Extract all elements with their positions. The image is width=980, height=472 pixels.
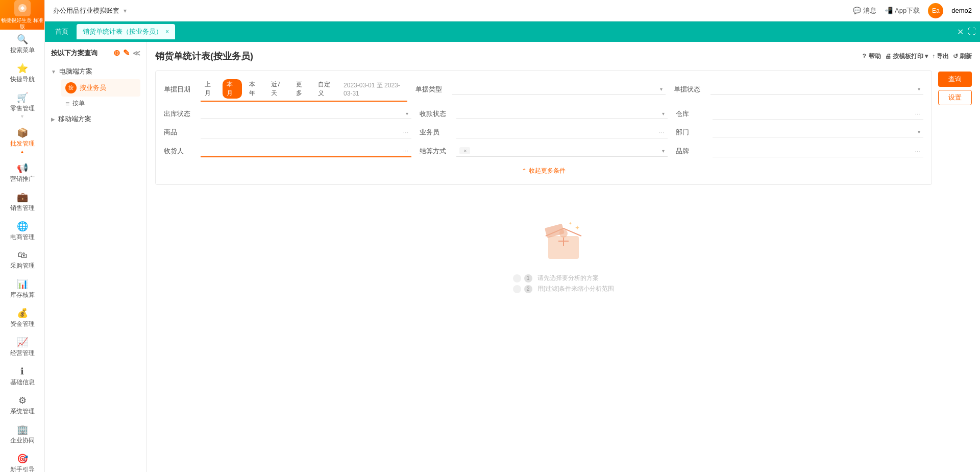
logo-text: 畅捷很好生意 标准版 [0,17,45,30]
newbie-icon: 🎯 [17,453,28,464]
logo-icon [14,0,31,16]
template-print-button[interactable]: 🖨 按模板打印 ▾ [885,52,928,61]
sidebar-item-marketing[interactable]: 📢 营销推广 [0,158,45,187]
date-tab-7days[interactable]: 近7天 [267,79,289,99]
goods-dots[interactable]: ··· [403,128,408,136]
date-tab-more[interactable]: 更多 [292,79,311,99]
messages-button[interactable]: 💬 消息 [853,6,876,15]
refresh-button[interactable]: ↺ 刷新 [953,52,972,61]
settle-method-tag: × [459,147,470,154]
settle-method-dropdown[interactable]: × ▾ [456,145,667,157]
date-tab-last-month[interactable]: 上月 [201,79,219,99]
out-status-arrow: ▾ [406,111,408,116]
help-label: 帮助 [869,52,881,61]
expand-window-button[interactable]: ⛶ [968,27,976,37]
sidebar-item-wholesale[interactable]: 📦 批发管理 ▲ [0,123,45,158]
topbar: 办公用品行业模拟账套 ▾ 💬 消息 📲 App下载 Ea demo2 [45,0,980,21]
help-button[interactable]: ？ 帮助 [861,52,881,61]
sidebar-item-label: 新手引导 [10,465,35,472]
tab-sales-stat[interactable]: 销货单统计表（按业务员） × [77,24,175,39]
doc-type-dropdown[interactable]: ▾ [452,84,665,95]
brand-label: 品牌 [676,147,704,156]
collect-status-label: 收款状态 [420,109,448,119]
sidebar-logo[interactable]: 畅捷很好生意 标准版 [0,0,45,30]
print-dropdown-icon: ▾ [925,53,928,60]
sidebar-item-purchase[interactable]: 🛍 采购管理 [0,246,45,274]
date-tab-this-month[interactable]: 本月 [223,79,241,99]
sidebar-item-operations[interactable]: 📈 经营管理 [0,333,45,362]
warehouse-dropdown[interactable]: ··· [713,108,923,120]
brand-dots[interactable]: ··· [915,147,920,155]
date-tabs: 上月 本月 本年 近7天 更多 自定义 2023-03-01 至 2023-03… [201,79,407,99]
goods-dropdown[interactable]: ··· [201,126,411,138]
sidebar-item-system[interactable]: ⚙ 系统管理 [0,391,45,420]
settle-clear-button[interactable]: × [463,148,467,154]
enterprise-icon: 🏢 [17,424,28,435]
sidebar-item-retail[interactable]: 🛒 零售管理 ▼ [0,88,45,123]
query-button[interactable]: 查询 [938,72,972,87]
collect-status-dropdown[interactable]: ▾ [456,109,667,119]
sidebar-item-inventory[interactable]: 📊 库存核算 [0,274,45,303]
desktop-section-header[interactable]: ▼ 电脑端方案 [51,64,140,79]
doc-status-arrow: ▾ [918,86,920,92]
tab-close-button[interactable]: × [165,28,169,35]
sidebar-item-sales[interactable]: 💼 销售管理 [0,187,45,217]
section-expand-icon: ▼ [51,69,56,75]
sidebar-item-quick-nav[interactable]: ⭐ 快捷导航 [0,59,45,88]
out-status-dropdown[interactable]: ▾ [201,109,411,119]
scheme-by-order[interactable]: ≡ 按单 [61,97,140,110]
scheme-salesperson[interactable]: 按 按业务员 [61,79,140,97]
doc-status-label: 单据状态 [674,85,702,94]
dept-arrow: ▾ [918,129,920,135]
tabbar-right: ✕ ⛶ [957,27,976,37]
date-tab-custom[interactable]: 自定义 [314,79,338,99]
tab-home[interactable]: 首页 [49,24,75,39]
message-icon: 💬 [853,7,861,14]
svg-text:✦: ✦ [575,224,580,231]
collapse-panel-button[interactable]: ≪ [133,49,140,57]
desktop-items: 按 按业务员 ≡ 按单 [51,79,140,110]
avatar-text: Ea [932,7,940,14]
topbar-dropdown-icon[interactable]: ▾ [124,7,127,14]
salesperson-dots[interactable]: ··· [659,128,665,136]
sidebar-item-finance[interactable]: 💰 资金管理 [0,303,45,333]
dept-label: 部门 [676,128,704,137]
out-status-label: 出库状态 [164,109,192,119]
app-download-button[interactable]: 📲 App下载 [885,6,920,15]
system-icon: ⚙ [18,395,27,406]
date-tab-this-year[interactable]: 本年 [245,79,264,99]
add-scheme-button[interactable]: ⊕ [113,48,120,58]
export-button[interactable]: ↑ 导出 [932,52,949,61]
close-window-button[interactable]: ✕ [957,27,964,37]
ecommerce-icon: 🌐 [17,221,28,232]
user-avatar[interactable]: Ea [928,3,943,18]
salesperson-dropdown[interactable]: ··· [456,126,667,138]
sidebar-item-base-info[interactable]: ℹ 基础信息 [0,362,45,391]
consignee-dropdown[interactable]: ··· [201,145,411,157]
sidebar-item-enterprise[interactable]: 🏢 企业协同 [0,420,45,449]
warehouse-dots[interactable]: ··· [915,110,920,117]
sidebar-item-label: 系统管理 [10,407,35,416]
sidebar-item-newbie[interactable]: 🎯 新手引导 [0,449,45,472]
filter-query-row: 单据日期 上月 本月 本年 近7天 更多 自定义 2023-03-01 至 20… [155,70,972,185]
consignee-dots[interactable]: ··· [403,147,408,154]
sidebar-item-label: 经营管理 [10,349,35,358]
dept-dropdown[interactable]: ▾ [713,127,923,137]
settings-button[interactable]: 设置 [938,90,972,105]
sidebar-item-ecommerce[interactable]: 🌐 电商管理 [0,217,45,246]
edit-scheme-button[interactable]: ✎ [123,48,130,58]
sidebar-item-search[interactable]: 🔍 搜索菜单 [0,30,45,59]
filter-buttons: 查询 设置 [938,70,972,105]
brand-dropdown[interactable]: ··· [713,145,923,157]
sidebar-item-label: 批发管理 [10,139,35,148]
date-filter-field: 上月 本月 本年 近7天 更多 自定义 2023-03-01 至 2023-03… [201,77,407,102]
base-info-icon: ℹ [20,366,24,377]
order-icon: ≡ [65,100,69,108]
template-print-label: 按模板打印 [893,52,923,61]
purchase-icon: 🛍 [18,250,27,261]
collapse-button[interactable]: ⌃ 收起更多条件 [164,163,923,178]
doc-status-dropdown[interactable]: ▾ [710,84,923,95]
tab-sales-stat-label: 销货单统计表（按业务员） [83,27,162,36]
mobile-section-header[interactable]: ▶ 移动端方案 [45,112,146,126]
finance-icon: 💰 [17,308,28,319]
